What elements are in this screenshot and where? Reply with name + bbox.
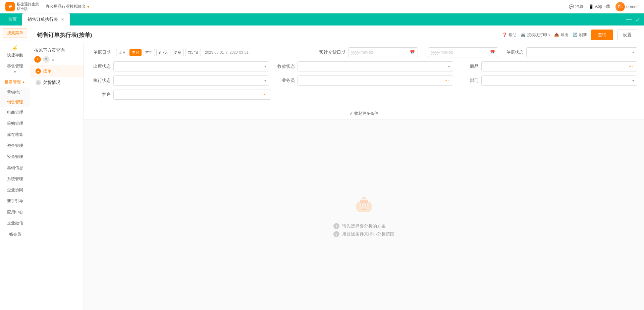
sidebar-item-ecommerce[interactable]: 电商管理 bbox=[0, 107, 30, 118]
dept-select[interactable]: ▾ bbox=[481, 75, 637, 86]
svg-rect-0 bbox=[357, 202, 371, 212]
sidebar-item-finance[interactable]: 资金管理 bbox=[0, 140, 30, 151]
sidebar-search-area: 搜索菜单 bbox=[0, 25, 30, 41]
scheme-panel: 按以下方案查询 + ✎ « ● 按单 ○ 欠货情况 bbox=[30, 43, 84, 310]
nav-right-actions: — ⤢ bbox=[625, 15, 644, 24]
empty-tips: 1 请先选择要分析的方案 2 用过滤条件来缩小分析范围 bbox=[333, 223, 394, 237]
wholesale-arrow-icon: ▲ bbox=[22, 80, 25, 84]
date-btn-this-year[interactable]: 本年 bbox=[143, 49, 155, 56]
breadcrumb[interactable]: 办公用品行业模拟账套 ▾ bbox=[46, 4, 89, 9]
edit-scheme-button[interactable]: ✎ bbox=[43, 56, 50, 63]
calendar-end-icon[interactable]: 📅 bbox=[490, 50, 495, 55]
page-header: 销售订单执行表(按单) ❓ 帮助 🖨️ 按模板打印 ▾ 📤 导出 🔄 刷新 bbox=[30, 25, 644, 43]
tab-home[interactable]: 首页 bbox=[3, 13, 22, 25]
header-left: 好 畅捷通好生意 标准版 办公用品行业模拟账套 ▾ bbox=[5, 2, 89, 11]
empty-illustration bbox=[351, 192, 377, 219]
sidebar-item-newbie[interactable]: 新手引导 bbox=[0, 196, 30, 207]
tab-sales-order-exec[interactable]: 销售订单执行表 ✕ bbox=[22, 13, 70, 25]
sidebar-item-quick-nav[interactable]: ⚡ 快捷导航 bbox=[0, 42, 30, 61]
empty-tip-2: 2 用过滤条件来缩小分析范围 bbox=[333, 231, 394, 237]
logo-text: 畅捷通好生意 标准版 bbox=[17, 2, 39, 11]
filter-row-1: 单据日期 上月 本月 本年 近7天 更多 自定义 2023-03-01 至 20… bbox=[91, 47, 637, 57]
content-area: 按以下方案查询 + ✎ « ● 按单 ○ 欠货情况 bbox=[30, 43, 644, 310]
filter-exec-status-group: 执行状态 ▾ bbox=[91, 75, 269, 86]
logo-area: 好 畅捷通好生意 标准版 bbox=[5, 2, 39, 11]
filter-expected-date-group: 预计交货日期 yyyy-mm-dd 📅 — yyyy-mm-dd 📅 bbox=[319, 47, 498, 57]
filter-goods-group: 商品 ··· bbox=[459, 61, 637, 71]
sidebar-group-wholesale[interactable]: 批发管理 ▲ bbox=[0, 76, 30, 88]
sidebar-item-operations[interactable]: 经营管理 bbox=[0, 151, 30, 162]
date-btn-custom[interactable]: 自定义 bbox=[185, 49, 201, 56]
help-button[interactable]: ❓ 帮助 bbox=[502, 32, 517, 38]
date-btn-7days[interactable]: 近7天 bbox=[156, 49, 170, 56]
sidebar-item-wechat[interactable]: 企业微信 bbox=[0, 218, 30, 229]
goods-select[interactable]: ··· bbox=[481, 61, 637, 71]
scheme-actions-bar: + ✎ « bbox=[30, 56, 84, 65]
date-btn-last-month[interactable]: 上月 bbox=[116, 49, 128, 56]
exec-status-select[interactable]: ▾ bbox=[113, 75, 269, 86]
collect-status-chevron-icon: ▾ bbox=[448, 64, 450, 69]
ship-status-select[interactable]: ▾ bbox=[113, 61, 269, 71]
sidebar-item-system[interactable]: 系统管理 bbox=[0, 173, 30, 185]
print-button[interactable]: 🖨️ 按模板打印 ▾ bbox=[521, 32, 550, 38]
svg-point-6 bbox=[361, 204, 362, 206]
collapse-bar[interactable]: ∧ 收起更多条件 bbox=[84, 108, 644, 119]
export-button[interactable]: 📤 导出 bbox=[554, 32, 569, 38]
minimize-icon[interactable]: — bbox=[625, 15, 633, 24]
sidebar-item-corp[interactable]: 企业协同 bbox=[0, 185, 30, 196]
top-header: 好 畅捷通好生意 标准版 办公用品行业模拟账套 ▾ 💬 消息 📱 App下载 E… bbox=[0, 0, 644, 13]
message-action[interactable]: 💬 消息 bbox=[569, 4, 583, 9]
collect-status-select[interactable]: ▾ bbox=[298, 61, 453, 71]
download-icon: 📱 bbox=[589, 4, 594, 9]
refresh-button[interactable]: 🔄 刷新 bbox=[573, 32, 587, 38]
whole-right-panel: 单据日期 上月 本月 本年 近7天 更多 自定义 2023-03-01 至 20… bbox=[84, 43, 644, 310]
exec-status-chevron-icon: ▾ bbox=[264, 79, 266, 83]
app-download-action[interactable]: 📱 App下载 bbox=[589, 4, 610, 9]
query-button[interactable]: 查询 bbox=[591, 30, 613, 40]
filter-inner: 单据日期 上月 本月 本年 近7天 更多 自定义 2023-03-01 至 20… bbox=[84, 43, 644, 106]
app-layout: 搜索菜单 ⚡ 快捷导航 零售管理 ▼ 批发管理 ▲ 营销推广 销售管理 电商管理 bbox=[0, 25, 644, 310]
expected-date-start-input[interactable]: yyyy-mm-dd 📅 bbox=[348, 47, 418, 57]
calendar-start-icon[interactable]: 📅 bbox=[410, 50, 415, 55]
customer-select[interactable]: ··· bbox=[113, 90, 271, 100]
empty-state: 1 请先选择要分析的方案 2 用过滤条件来缩小分析范围 bbox=[84, 119, 644, 310]
maximize-icon[interactable]: ⤢ bbox=[634, 15, 641, 24]
filter-doc-status-group: 单据状态 ▾ bbox=[503, 47, 638, 57]
user-action[interactable]: Ea demo2 bbox=[615, 2, 639, 11]
export-icon: 📤 bbox=[554, 33, 559, 37]
expected-date-end-input[interactable]: yyyy-mm-dd 📅 bbox=[428, 47, 498, 57]
svg-rect-1 bbox=[360, 200, 368, 203]
salesperson-select[interactable]: ··· bbox=[298, 75, 453, 86]
sidebar-item-member[interactable]: 畅会员 bbox=[0, 229, 30, 240]
scheme-item-shortage[interactable]: ○ 欠货情况 bbox=[30, 77, 84, 88]
doc-status-select[interactable]: ▾ bbox=[526, 47, 638, 57]
svg-rect-3 bbox=[370, 204, 372, 209]
print-arrow-icon: ▾ bbox=[548, 33, 550, 37]
tab-close-icon[interactable]: ✕ bbox=[60, 17, 65, 22]
date-btn-more[interactable]: 更多 bbox=[172, 49, 184, 56]
print-icon: 🖨️ bbox=[521, 33, 526, 37]
sidebar-item-marketing[interactable]: 营销推广 bbox=[0, 88, 30, 97]
date-btn-this-month[interactable]: 本月 bbox=[129, 49, 142, 56]
scheme-panel-header: 按以下方案查询 bbox=[30, 47, 84, 56]
sidebar-item-apps[interactable]: 应用中心 bbox=[0, 207, 30, 218]
add-scheme-button[interactable]: + bbox=[34, 56, 41, 63]
filter-row-4: 客户 ··· bbox=[91, 90, 637, 100]
doc-status-chevron-icon: ▾ bbox=[632, 50, 634, 55]
page-title: 销售订单执行表(按单) bbox=[37, 31, 92, 39]
search-menu-button[interactable]: 搜索菜单 bbox=[3, 28, 27, 38]
collapse-scheme-button[interactable]: « bbox=[52, 57, 54, 62]
sidebar-item-sales[interactable]: 销售管理 bbox=[0, 97, 30, 107]
sidebar-item-retail[interactable]: 零售管理 ▼ bbox=[0, 61, 30, 76]
salesperson-ellipsis-icon[interactable]: ··· bbox=[443, 78, 450, 84]
sidebar-item-purchase[interactable]: 采购管理 bbox=[0, 118, 30, 129]
customer-ellipsis-icon[interactable]: ··· bbox=[261, 92, 268, 98]
filter-row-3: 执行状态 ▾ 业务员 ··· bbox=[91, 75, 637, 86]
sidebar-item-basic[interactable]: 基础信息 bbox=[0, 162, 30, 173]
filter-row-2: 出库状态 ▾ 收款状态 ▾ bbox=[91, 61, 637, 71]
scheme-item-by-order[interactable]: ● 按单 bbox=[30, 65, 84, 77]
goods-ellipsis-icon[interactable]: ··· bbox=[627, 63, 634, 69]
setup-button[interactable]: 设置 bbox=[617, 30, 637, 40]
sidebar-item-inventory[interactable]: 库存核算 bbox=[0, 129, 30, 140]
filter-section: 单据日期 上月 本月 本年 近7天 更多 自定义 2023-03-01 至 20… bbox=[84, 43, 644, 119]
